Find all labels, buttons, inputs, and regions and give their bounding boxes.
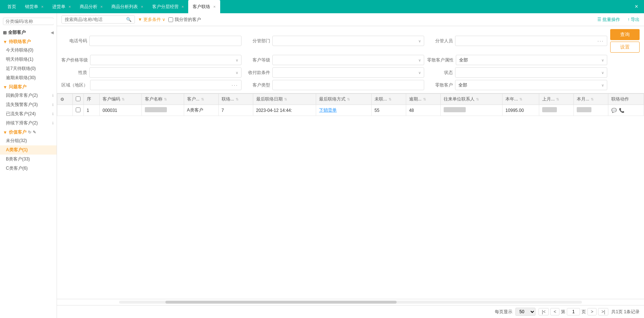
last-month-header[interactable]: 上月... ⇅ bbox=[539, 94, 574, 105]
close-customer-tier[interactable]: × bbox=[182, 0, 184, 13]
my-customers-checkbox[interactable] bbox=[168, 17, 173, 22]
sidebar-item-churn-warning[interactable]: 流失预警客户(3) ℹ bbox=[0, 100, 57, 109]
horizontal-scrollbar-area bbox=[57, 299, 644, 305]
per-page-label: 每页显示 bbox=[495, 309, 512, 315]
sidebar-item-churned[interactable]: 已流失客户(24) ℹ bbox=[0, 109, 57, 119]
info-icon4: ℹ bbox=[52, 121, 54, 125]
nav-product-analysis[interactable]: 商品分析 × bbox=[75, 0, 107, 13]
action-icons[interactable]: 💬 📞 bbox=[611, 108, 641, 113]
phone-icon[interactable]: 📞 bbox=[619, 108, 625, 113]
scatter-customer-input[interactable]: 全部 ∨ bbox=[455, 80, 607, 90]
last-month-cell bbox=[539, 105, 574, 116]
group-problem-customers[interactable]: ▼ 问题客户 bbox=[0, 82, 57, 91]
sidebar-item-ungrouped[interactable]: 未分组(32) bbox=[0, 136, 57, 145]
refresh-icon[interactable]: ↻ bbox=[28, 130, 31, 135]
last-page-button[interactable]: >| bbox=[598, 308, 608, 315]
code-header[interactable]: 客户编码 ⇅ bbox=[99, 94, 142, 105]
last-method-header[interactable]: 最后联络方式 ⇅ bbox=[316, 94, 372, 105]
more-filters-button[interactable]: ▼ 更多条件 ∨ bbox=[138, 17, 165, 23]
group-pending-label: 待联络客户 bbox=[9, 39, 31, 45]
prev-page-button[interactable]: < bbox=[550, 308, 559, 315]
sidebar-item-declining[interactable]: 持续下滑客户(2) ℹ bbox=[0, 119, 57, 128]
region-input[interactable]: ··· bbox=[90, 80, 242, 90]
price-level-input[interactable]: ∨ bbox=[90, 55, 242, 65]
phone-input[interactable] bbox=[89, 36, 242, 46]
manager-input[interactable]: ··· bbox=[455, 36, 607, 46]
level-arrow-icon: ∨ bbox=[418, 58, 421, 62]
group-problem-label: 问题客户 bbox=[9, 84, 26, 90]
edit-icon[interactable]: ✎ bbox=[33, 130, 36, 135]
sidebar-item-class-b[interactable]: B类客户(33) bbox=[0, 155, 57, 164]
sidebar-item-overdue[interactable]: 逾期未联络(30) bbox=[0, 73, 57, 82]
nav-home[interactable]: 首页 bbox=[3, 0, 21, 13]
nav-sales-order[interactable]: 销货单 × bbox=[21, 0, 48, 13]
query-button[interactable]: 查询 bbox=[610, 29, 640, 40]
checkbox-cell[interactable] bbox=[72, 105, 83, 116]
my-customers-filter[interactable]: 我分管的客户 bbox=[168, 17, 201, 23]
contact-header[interactable]: 联络... ⇅ bbox=[218, 94, 253, 105]
customer-type-input[interactable] bbox=[272, 80, 425, 90]
last-date-header[interactable]: 最后联络日期 ⇅ bbox=[253, 94, 316, 105]
uncontacted-header[interactable]: 未联... ⇅ bbox=[371, 94, 406, 105]
close-product-analysis[interactable]: × bbox=[100, 0, 103, 13]
contact-sort-icon: ⇅ bbox=[236, 97, 239, 101]
sidebar-search-input[interactable] bbox=[6, 19, 57, 24]
name-header[interactable]: 客户名称 ⇅ bbox=[142, 94, 184, 105]
search-container: 🔍 bbox=[61, 15, 135, 24]
sidebar-item-repurchase-abnormal[interactable]: 回购异常客户(2) ℹ bbox=[0, 91, 57, 100]
scrollbar-thumb[interactable] bbox=[165, 301, 397, 304]
type-header[interactable]: 客户... ⇅ bbox=[184, 94, 218, 105]
last-method-cell[interactable]: 下销货单 bbox=[316, 105, 372, 116]
close-customer-contact[interactable]: × bbox=[213, 0, 215, 13]
sidebar-item-7days[interactable]: 近7天待联络(0) bbox=[0, 64, 57, 73]
page-number-input[interactable] bbox=[567, 308, 580, 315]
batch-operation-button[interactable]: ☰ 批量操作 bbox=[597, 17, 620, 23]
dept-input[interactable]: ∨ bbox=[272, 36, 425, 46]
global-close-button[interactable]: × bbox=[632, 3, 641, 10]
uncontacted-cell: 55 bbox=[371, 105, 406, 116]
gear-header[interactable]: ⚙ bbox=[57, 94, 73, 105]
overdue-header[interactable]: 逾期... ⇅ bbox=[406, 94, 440, 105]
close-product-analysis-list[interactable]: × bbox=[141, 0, 143, 13]
sidebar: 🔍 ⊞ 全部客户 ◀ ▼ 待联络客户 今天待联络(0) 明天待联络(1) bbox=[0, 13, 57, 318]
per-page-select[interactable]: 50 100 200 bbox=[515, 308, 536, 316]
contact-person-header[interactable]: 往来单位联系人 ⇅ bbox=[440, 94, 502, 105]
this-year-header[interactable]: 本年... ⇅ bbox=[502, 94, 539, 105]
export-button[interactable]: ↑ 导出 bbox=[627, 17, 640, 23]
nav-purchase-order[interactable]: 进货单 × bbox=[48, 0, 75, 13]
nature-input[interactable]: ∨ bbox=[89, 67, 242, 78]
all-customers-header[interactable]: ⊞ 全部客户 ◀ bbox=[0, 28, 57, 37]
group-value-customers[interactable]: ▼ 价值客户 ↻ ✎ bbox=[0, 128, 57, 136]
status-input[interactable]: ∨ bbox=[455, 67, 607, 78]
this-month-header[interactable]: 本月... ⇅ bbox=[574, 94, 608, 105]
next-page-button[interactable]: > bbox=[587, 308, 597, 315]
content-area: 🔍 ▼ 更多条件 ∨ 我分管的客户 ☰ 批量操作 ↑ bbox=[57, 13, 644, 318]
comment-icon[interactable]: 💬 bbox=[611, 108, 617, 113]
checkbox-header[interactable] bbox=[72, 94, 83, 105]
code-cell: 000031 bbox=[99, 105, 142, 116]
close-sales-order[interactable]: × bbox=[41, 0, 43, 13]
collapse-icon[interactable]: ◀ bbox=[51, 31, 54, 35]
gear-cell bbox=[57, 105, 73, 116]
price-arrow-icon: ∨ bbox=[236, 58, 238, 62]
sidebar-item-class-a[interactable]: A类客户(1) bbox=[0, 145, 57, 155]
group-pending-contact[interactable]: ▼ 待联络客户 bbox=[0, 37, 57, 46]
scatter-attr-input[interactable]: 全部 ∨ bbox=[456, 55, 607, 65]
settings-button[interactable]: 设置 bbox=[610, 42, 640, 53]
nav-customer-tier[interactable]: 客户分层经营 × bbox=[148, 0, 188, 13]
select-all-checkbox[interactable] bbox=[76, 96, 80, 101]
status-arrow-icon: ∨ bbox=[601, 71, 604, 75]
main-search-input[interactable] bbox=[65, 17, 125, 22]
close-purchase-order[interactable]: × bbox=[68, 0, 71, 13]
customer-level-input[interactable]: ∨ bbox=[272, 55, 425, 65]
total-records-label: 共1页 1条记录 bbox=[611, 309, 640, 315]
nav-customer-contact[interactable]: 客户联络 × bbox=[188, 0, 220, 13]
sidebar-item-class-c[interactable]: C类客户(6) bbox=[0, 164, 57, 173]
sidebar-item-today[interactable]: 今天待联络(0) bbox=[0, 46, 57, 55]
nav-product-analysis-list[interactable]: 商品分析列表 × bbox=[107, 0, 147, 13]
row-checkbox[interactable] bbox=[76, 107, 80, 112]
payment-input[interactable]: ∨ bbox=[272, 67, 425, 78]
sidebar-item-tomorrow[interactable]: 明天待联络(1) bbox=[0, 55, 57, 64]
method-sort-icon: ⇅ bbox=[347, 97, 350, 101]
first-page-button[interactable]: |< bbox=[539, 308, 549, 315]
